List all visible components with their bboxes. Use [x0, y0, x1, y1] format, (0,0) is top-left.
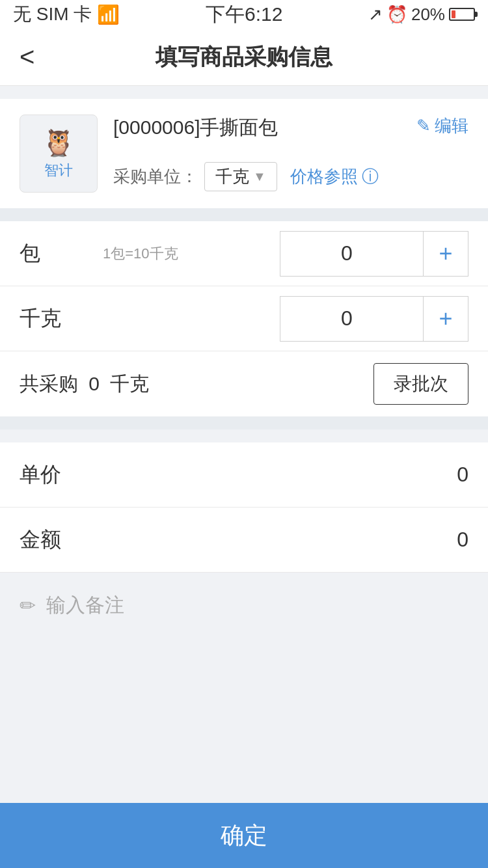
alarm-icon: ⏰ [386, 5, 407, 25]
kg-qty-input[interactable] [280, 296, 423, 342]
battery-fill [452, 10, 455, 18]
status-time: 下午6:12 [206, 1, 282, 28]
price-ref-button[interactable]: 价格参照 ⓘ [290, 165, 379, 188]
amount-label: 金额 [20, 526, 61, 554]
kg-label: 千克 [20, 305, 98, 333]
location-icon: ↗ [368, 5, 383, 25]
purchase-unit-label: 采购单位： [113, 165, 198, 188]
section-divider-2 [0, 416, 488, 429]
wifi-icon: 📶 [97, 4, 120, 25]
back-button[interactable]: < [13, 36, 41, 78]
owl-icon: 🦉 [42, 128, 75, 158]
pencil-icon: ✏ [20, 594, 36, 617]
battery-percent: 20% [411, 5, 445, 25]
quantity-section: 包 1包=10千克 + 千克 + [0, 221, 488, 351]
sim-text: 无 SIM 卡 [13, 2, 92, 27]
bag-qty-wrap: + [280, 231, 468, 277]
bag-input-row: 包 1包=10千克 + [0, 221, 488, 286]
price-section: 单价 0 金额 0 [0, 442, 488, 573]
unit-price-row: 单价 0 [0, 442, 488, 508]
page-title: 填写商品采购信息 [156, 42, 332, 72]
product-name: [0000006]手撕面包 [113, 115, 278, 141]
battery-icon [449, 8, 475, 21]
nav-bar: < 填写商品采购信息 [0, 29, 488, 86]
info-icon: ⓘ [362, 165, 379, 188]
kg-input-row: 千克 + [0, 286, 488, 351]
bag-sub: 1包=10千克 [103, 244, 178, 264]
bag-qty-input[interactable] [280, 231, 423, 277]
edit-icon: ✎ [416, 116, 431, 136]
product-header: [0000006]手撕面包 ✎ 编辑 [113, 115, 468, 152]
total-label: 共采购 0 千克 [20, 371, 149, 398]
brand-text: 智计 [44, 161, 73, 180]
total-row: 共采购 0 千克 录批次 [0, 351, 488, 416]
kg-qty-wrap: + [280, 296, 468, 342]
status-bar: 无 SIM 卡 📶 下午6:12 ↗ ⏰ 20% [0, 0, 488, 29]
amount-value: 0 [457, 528, 468, 552]
batch-button[interactable]: 录批次 [373, 363, 468, 405]
status-right: ↗ ⏰ 20% [368, 5, 475, 25]
bag-label: 包 [20, 239, 98, 268]
unit-price-value: 0 [457, 463, 468, 487]
product-meta: 采购单位： 千克 ▼ 价格参照 ⓘ [113, 162, 468, 191]
unit-price-label: 单价 [20, 461, 61, 489]
amount-row: 金额 0 [0, 508, 488, 573]
section-divider-1 [0, 208, 488, 221]
edit-button[interactable]: ✎ 编辑 [416, 115, 468, 137]
price-ref-label: 价格参照 [290, 165, 358, 188]
product-info: [0000006]手撕面包 ✎ 编辑 采购单位： 千克 ▼ 价格参照 ⓘ [113, 115, 468, 191]
product-card: 🦉 智计 [0000006]手撕面包 ✎ 编辑 采购单位： 千克 ▼ [0, 99, 488, 208]
dropdown-arrow: ▼ [253, 169, 266, 184]
notes-placeholder: 输入备注 [46, 592, 124, 619]
total-amount: 0 [88, 373, 100, 394]
kg-plus-button[interactable]: + [423, 296, 468, 342]
product-image: 🦉 智计 [20, 115, 98, 193]
bag-plus-button[interactable]: + [423, 231, 468, 277]
notes-section[interactable]: ✏ 输入备注 [0, 573, 488, 638]
status-left: 无 SIM 卡 📶 [13, 2, 120, 27]
confirm-button[interactable]: 确定 [0, 803, 488, 868]
unit-selector[interactable]: 千克 ▼ [204, 162, 277, 191]
purchase-unit: 采购单位： 千克 ▼ [113, 162, 277, 191]
unit-value: 千克 [215, 165, 249, 188]
